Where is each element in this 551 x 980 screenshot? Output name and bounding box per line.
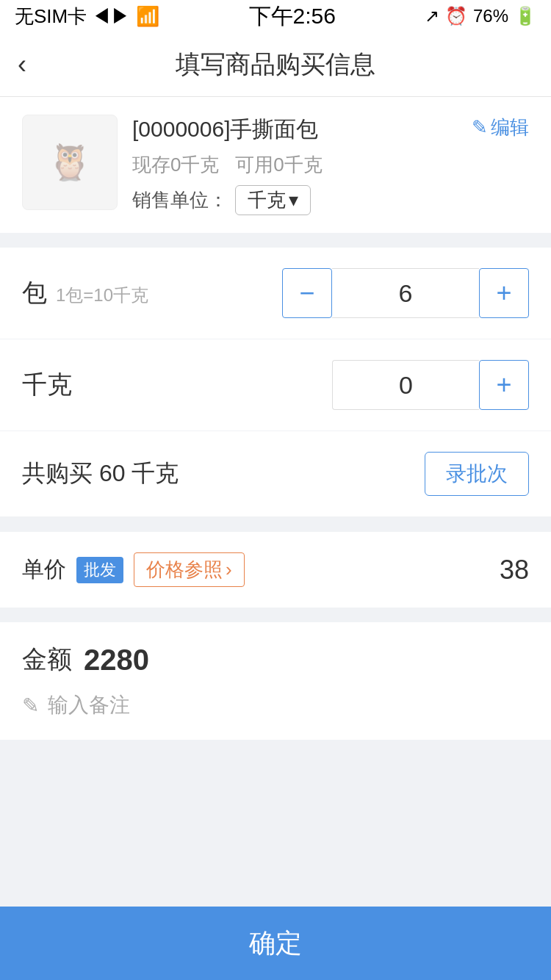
amount-label: 金额 bbox=[22, 643, 72, 677]
divider-1 bbox=[0, 233, 551, 248]
unit-selector[interactable]: 千克 ▾ bbox=[235, 185, 311, 215]
product-code: [0000006] bbox=[132, 117, 230, 141]
price-label: 单价 bbox=[22, 555, 66, 585]
price-section: 单价 批发 价格参照 › 38 bbox=[0, 531, 551, 608]
package-input[interactable] bbox=[332, 268, 479, 318]
package-label: 包 1包=10千克 bbox=[22, 276, 148, 310]
available-label: 可用0千克 bbox=[235, 154, 322, 176]
kg-plus-button[interactable]: + bbox=[479, 360, 529, 410]
package-plus-button[interactable]: + bbox=[479, 268, 529, 318]
main-content: 🦉 [0000006]手撕面包 ✎ 编辑 现存0千克 可用0千克 销售单位： bbox=[0, 97, 551, 907]
sim-label: 无SIM卡 ◀▶ bbox=[15, 4, 130, 29]
product-unit-row: 销售单位： 千克 ▾ bbox=[132, 185, 529, 215]
input-section: 包 1包=10千克 − + 千克 + bbox=[0, 248, 551, 431]
package-stepper: − + bbox=[282, 268, 529, 318]
edit-icon: ✎ bbox=[472, 116, 488, 139]
total-text: 共购买 60 千克 bbox=[22, 458, 179, 490]
product-thumbnail: 🦉 bbox=[48, 142, 92, 183]
kg-input-row: 千克 + bbox=[0, 339, 551, 431]
kg-stepper: + bbox=[332, 360, 529, 410]
edit-label: 编辑 bbox=[491, 115, 529, 140]
amount-value: 2280 bbox=[84, 644, 149, 677]
page-title: 填写商品购买信息 bbox=[176, 48, 375, 82]
kg-label-main: 千克 bbox=[22, 368, 72, 402]
price-row: 单价 批发 价格参照 › 38 bbox=[22, 552, 529, 587]
remark-row[interactable]: ✎ 输入备注 bbox=[22, 691, 529, 719]
package-label-sub: 1包=10千克 bbox=[56, 284, 148, 307]
back-button[interactable]: ‹ bbox=[18, 49, 26, 80]
product-name: [0000006]手撕面包 bbox=[132, 115, 318, 145]
batch-button[interactable]: 录批次 bbox=[425, 452, 529, 496]
kg-label: 千克 bbox=[22, 368, 72, 402]
price-value: 38 bbox=[500, 555, 529, 586]
location-icon: ↗ bbox=[425, 6, 439, 26]
package-input-row: 包 1包=10千克 − + bbox=[0, 248, 551, 339]
wifi-icon: 📶 bbox=[136, 5, 159, 28]
package-label-main: 包 bbox=[22, 276, 47, 310]
edit-button[interactable]: ✎ 编辑 bbox=[472, 115, 529, 140]
unit-value: 千克 bbox=[248, 187, 286, 213]
battery-label: 76% bbox=[473, 6, 508, 26]
status-bar: 无SIM卡 ◀▶ 📶 下午2:56 ↗ ⏰ 76% 🔋 bbox=[0, 0, 551, 32]
alarm-icon: ⏰ bbox=[445, 6, 467, 26]
status-time: 下午2:56 bbox=[249, 1, 336, 32]
price-ref-label: 价格参照 bbox=[146, 557, 223, 583]
unit-label: 销售单位： bbox=[132, 187, 228, 213]
product-title: 手撕面包 bbox=[230, 117, 318, 141]
price-type-badge: 批发 bbox=[76, 557, 123, 583]
confirm-button[interactable]: 确定 bbox=[0, 907, 551, 980]
total-row: 共购买 60 千克 录批次 bbox=[0, 431, 551, 516]
product-card: 🦉 [0000006]手撕面包 ✎ 编辑 现存0千克 可用0千克 销售单位： bbox=[0, 97, 551, 233]
price-ref-button[interactable]: 价格参照 › bbox=[134, 552, 245, 587]
kg-input[interactable] bbox=[332, 360, 479, 410]
package-minus-button[interactable]: − bbox=[282, 268, 332, 318]
product-image: 🦉 bbox=[22, 115, 118, 210]
bottom-spacer bbox=[0, 740, 551, 907]
remark-text: 输入备注 bbox=[48, 691, 130, 719]
price-ref-icon: › bbox=[226, 558, 232, 581]
status-left: 无SIM卡 ◀▶ 📶 bbox=[15, 4, 159, 29]
price-left: 单价 批发 价格参照 › bbox=[22, 552, 245, 587]
product-info-header: [0000006]手撕面包 ✎ 编辑 bbox=[132, 115, 529, 145]
stock-label: 现存0千克 bbox=[132, 154, 219, 176]
status-right: ↗ ⏰ 76% 🔋 bbox=[425, 6, 536, 26]
amount-row: 金额 2280 bbox=[22, 643, 529, 677]
dropdown-icon: ▾ bbox=[289, 189, 298, 212]
divider-2 bbox=[0, 516, 551, 531]
battery-icon: 🔋 bbox=[514, 6, 536, 26]
amount-section: 金额 2280 ✎ 输入备注 bbox=[0, 608, 551, 740]
product-info: [0000006]手撕面包 ✎ 编辑 现存0千克 可用0千克 销售单位： 千克 … bbox=[132, 115, 529, 215]
remark-icon: ✎ bbox=[22, 693, 39, 718]
nav-bar: ‹ 填写商品购买信息 bbox=[0, 32, 551, 97]
product-stock: 现存0千克 可用0千克 bbox=[132, 152, 529, 178]
